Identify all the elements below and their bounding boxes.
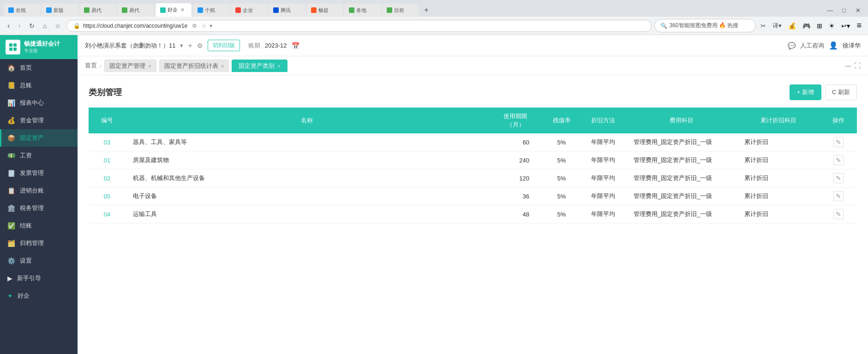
sidebar-item-label: 好企 (18, 292, 30, 300)
expand-icon[interactable]: ▾ (210, 23, 212, 29)
add-account-btn[interactable]: + (188, 42, 192, 50)
sidebar-item-settlement[interactable]: ✅ 结账 (0, 217, 78, 234)
sidebar-item-tax[interactable]: 🏛️ 税务管理 (0, 199, 78, 217)
row-code: 01 (89, 151, 126, 169)
dropdown-icon[interactable]: ▾ (180, 42, 183, 49)
user-name[interactable]: 徐泽华 (843, 42, 861, 50)
maximize-window-icon[interactable]: ⛶ (854, 62, 861, 69)
game-btn[interactable]: 🎮 (801, 20, 812, 31)
sidebar-item-guide[interactable]: ▶ 新手引导 (0, 270, 78, 287)
sidebar-item-reports[interactable]: 📊 报表中心 (0, 94, 78, 112)
browser-tab[interactable]: 易代 (79, 4, 116, 17)
refresh-nav-btn[interactable]: ↻ (26, 20, 37, 31)
ledger-icon: 📒 (7, 82, 15, 89)
edit-icon[interactable]: ✎ (833, 155, 844, 165)
menu-btn[interactable]: ≡ (855, 19, 863, 32)
row-action[interactable]: ✎ (820, 187, 857, 205)
svg-rect-2 (9, 48, 12, 51)
window-minimize-btn[interactable]: — (824, 4, 837, 17)
sidebar-item-inventory[interactable]: 📋 进销台账 (0, 182, 78, 199)
sidebar-item-cash[interactable]: 💰 资金管理 (0, 112, 78, 129)
browser-tab-active[interactable]: 好企 ✕ (155, 3, 192, 17)
page-tab-fixed-assets-mgmt[interactable]: 固定资产管理 × (104, 60, 156, 72)
account-name: 刘小艳演示系套（勿删勿动！）11 (85, 42, 175, 50)
close-tab-icon[interactable]: ✕ (180, 7, 185, 13)
refresh-btn[interactable]: C 刷新 (825, 84, 857, 100)
window-close-btn[interactable]: ✕ (851, 4, 864, 17)
undo-btn[interactable]: ↩▾ (839, 20, 852, 31)
sidebar-item-payroll[interactable]: 💵 工资 (0, 147, 78, 164)
switch-version-btn[interactable]: 切到旧版 (208, 40, 240, 51)
row-action[interactable]: ✎ (820, 133, 857, 151)
browser-tab[interactable]: 在线 (4, 4, 41, 17)
scissors-btn[interactable]: ✂ (759, 20, 768, 31)
app-header: 刘小艳演示系套（勿删勿动！）11 ▾ + ⚙ 切到旧版 账期 2023-12 📅… (78, 35, 868, 56)
search-bar[interactable]: 🔍 360智能抠图免费用 🔥 热搜 (654, 19, 756, 32)
row-period: 36 (488, 187, 543, 205)
brightness-btn[interactable]: ☀ (827, 20, 837, 31)
back-btn[interactable]: ‹ (5, 20, 12, 32)
window-maximize-btn[interactable]: □ (838, 4, 850, 17)
bookmark-btn[interactable]: ☆ (52, 20, 64, 31)
sidebar-item-more[interactable]: ✦ 好企 (0, 287, 78, 305)
bookmark-star-icon[interactable]: ☆ (202, 23, 207, 29)
row-period: 120 (488, 169, 543, 187)
sidebar-item-label: 总账 (20, 81, 32, 90)
row-expense: 管理费用_固定资产折旧_一级 (626, 151, 737, 169)
browser-tab[interactable]: 新版 (42, 4, 78, 17)
sidebar-item-archive[interactable]: 🗂️ 归档管理 (0, 234, 78, 252)
sidebar-item-settings[interactable]: ⚙️ 设置 (0, 252, 78, 270)
new-tab-btn[interactable]: + (420, 4, 433, 17)
sidebar-item-home[interactable]: 🏠 首页 (0, 59, 78, 77)
edit-icon[interactable]: ✎ (833, 191, 844, 201)
row-name: 电子设备 (126, 187, 488, 205)
browser-tab[interactable]: 腾讯 (269, 4, 305, 17)
row-action[interactable]: ✎ (820, 169, 857, 187)
edit-icon[interactable]: ✎ (833, 209, 844, 219)
home-nav-btn[interactable]: ⌂ (40, 20, 49, 31)
close-tab2-icon[interactable]: × (221, 63, 224, 69)
address-bar[interactable]: 🔒 https://cloud.chanjet.com/accounting/u… (66, 20, 652, 32)
invoice-icon: 🗒️ (7, 169, 15, 177)
sidebar-item-invoice[interactable]: 🗒️ 发票管理 (0, 164, 78, 182)
row-expense: 管理费用_固定资产折旧_一级 (626, 205, 737, 223)
tab-breadcrumb-area: 首页 › 固定资产管理 × 固定资产折旧统计表 × 固定资产类别 × — ⛶ (78, 56, 868, 75)
sidebar-item-ledger[interactable]: 📒 总账 (0, 77, 78, 94)
breadcrumb-home[interactable]: 首页 (85, 61, 97, 70)
add-btn[interactable]: + 新增 (790, 84, 821, 100)
translate-btn[interactable]: 译▾ (771, 20, 784, 32)
consult-label[interactable]: 人工咨询 (800, 42, 824, 50)
page-title: 类别管理 (89, 87, 122, 98)
site-settings-icon[interactable]: ⚙ (192, 23, 197, 29)
row-action[interactable]: ✎ (820, 205, 857, 223)
close-tab1-icon[interactable]: × (148, 63, 151, 69)
close-tab3-icon[interactable]: × (277, 63, 280, 69)
browser-tab[interactable]: 目前 (382, 4, 419, 17)
browser-tab[interactable]: 各地 (344, 4, 381, 17)
page-header: 类别管理 + 新增 C 刷新 (89, 84, 857, 100)
calendar-icon[interactable]: 📅 (292, 42, 299, 49)
page-tab-category[interactable]: 固定资产类别 × (232, 60, 287, 72)
row-residual: 5% (543, 169, 580, 187)
sidebar-item-label: 资金管理 (20, 116, 44, 125)
edit-icon[interactable]: ✎ (833, 173, 844, 183)
wallet-btn[interactable]: 💰 (786, 20, 798, 31)
minimize-window-icon[interactable]: — (845, 62, 851, 69)
sidebar-item-fixed-assets[interactable]: 📦 固定资产 (0, 129, 78, 147)
row-action[interactable]: ✎ (820, 151, 857, 169)
browser-tab[interactable]: 企业 (231, 4, 268, 17)
row-period: 240 (488, 151, 543, 169)
grid-btn[interactable]: ⊞ (815, 20, 824, 31)
browser-tab[interactable]: 易代 (117, 4, 154, 17)
forward-btn[interactable]: › (15, 20, 23, 32)
browser-tab[interactable]: 个税 (193, 4, 230, 17)
table-body: 03 器具、工具、家具等 60 5% 年限平均 管理费用_固定资产折旧_一级 累… (89, 133, 857, 223)
page-tab-depreciation[interactable]: 固定资产折旧统计表 × (159, 60, 229, 72)
row-method: 年限平均 (580, 133, 626, 151)
settings-icon[interactable]: ⚙ (197, 42, 203, 49)
browser-tab[interactable]: 畅提 (306, 4, 343, 17)
edit-icon[interactable]: ✎ (833, 137, 844, 147)
table-row: 05 电子设备 36 5% 年限平均 管理费用_固定资产折旧_一级 累计折旧 ✎ (89, 187, 857, 205)
sidebar-item-label: 固定资产 (20, 134, 44, 142)
user-icon: 👤 (829, 41, 838, 50)
